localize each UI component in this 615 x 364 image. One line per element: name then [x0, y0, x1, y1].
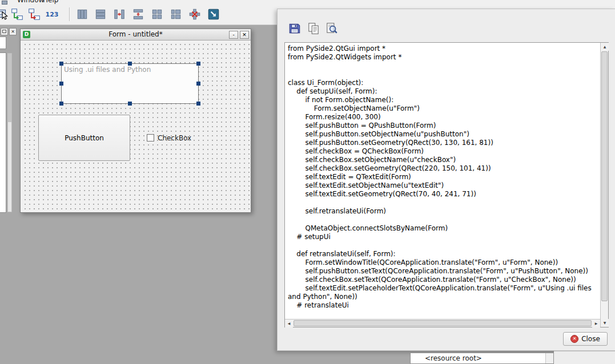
- selection-handle-middle-left[interactable]: [59, 82, 63, 86]
- resource-scrollbar[interactable]: [545, 353, 553, 363]
- code-horizontal-scrollbar[interactable]: ◀ ▶: [285, 319, 600, 327]
- selection-handle-middle-right[interactable]: [196, 82, 200, 86]
- scrollbar-thumb[interactable]: [601, 51, 608, 301]
- layout-grid-icon[interactable]: [150, 7, 164, 21]
- code-view[interactable]: from PySide2.QtGui import * from PySide2…: [284, 42, 609, 327]
- edit-buddies-icon[interactable]: [27, 7, 41, 21]
- resource-browser[interactable]: <resource root>: [410, 353, 554, 364]
- generated-code[interactable]: from PySide2.QtGui import * from PySide2…: [285, 43, 600, 318]
- close-dialog-button[interactable]: ✕ Close: [563, 332, 608, 346]
- layout-horizontally-icon[interactable]: [75, 7, 89, 21]
- scroll-left-icon[interactable]: ◀: [285, 319, 293, 327]
- break-layout-icon[interactable]: [188, 7, 202, 21]
- checkbox-indicator[interactable]: [147, 134, 154, 141]
- edit-widgets-icon[interactable]: [0, 7, 9, 21]
- code-vertical-scrollbar[interactable]: ▲ ▼: [600, 43, 608, 327]
- designer-form-icon: D: [23, 31, 30, 38]
- menu-window[interactable]: Window: [17, 0, 44, 4]
- copy-icon[interactable]: [307, 22, 320, 35]
- selection-handle-top-left[interactable]: [59, 62, 63, 66]
- close-icon: ✕: [11, 29, 15, 34]
- form-canvas[interactable]: Using .ui files and Python PushButton Ch…: [21, 41, 250, 212]
- pushbutton-label: PushButton: [65, 134, 104, 142]
- edit-signals-slots-icon[interactable]: [10, 7, 24, 21]
- menubar: Window Help: [0, 0, 615, 5]
- adjust-size-icon[interactable]: [207, 7, 220, 21]
- layout-form-icon[interactable]: [169, 7, 183, 21]
- scroll-down-icon[interactable]: ▼: [601, 319, 609, 327]
- close-button-label: Close: [581, 335, 600, 343]
- form-window-titlebar[interactable]: D Form - untitled* - ✕: [21, 29, 251, 41]
- selection-handle-bottom-middle[interactable]: [128, 102, 132, 106]
- selection-handle-bottom-left[interactable]: [59, 102, 63, 106]
- selection-handle-top-right[interactable]: [196, 62, 200, 66]
- qt-designer-app: Window Help 1: [0, 0, 615, 364]
- layout-horizontal-splitter-icon[interactable]: [112, 7, 126, 21]
- selection-handle-bottom-right[interactable]: [196, 102, 200, 106]
- menu-help[interactable]: Help: [43, 0, 58, 4]
- app-icon: [2, 1, 7, 5]
- scroll-up-icon[interactable]: ▲: [601, 43, 609, 51]
- dock-float-button[interactable]: [1, 28, 8, 35]
- form-editor-window: D Form - untitled* - ✕ Using .ui files a…: [20, 29, 251, 213]
- scrollbar-thumb[interactable]: [294, 320, 592, 326]
- resource-root-item[interactable]: <resource root>: [425, 354, 482, 362]
- widgetbox-list[interactable]: [0, 52, 6, 213]
- bottom-right-panel: [554, 351, 615, 364]
- checkbox-label: CheckBox: [158, 134, 191, 142]
- dock-close-button[interactable]: ✕: [9, 28, 17, 35]
- widgetbox-scrollbar[interactable]: [7, 53, 12, 212]
- textedit-widget[interactable]: Using .ui files and Python: [61, 63, 199, 104]
- search-icon[interactable]: [325, 22, 339, 35]
- widgetbox-filter-input[interactable]: [0, 37, 6, 49]
- minimize-button[interactable]: -: [229, 31, 238, 39]
- layout-vertically-icon[interactable]: [94, 7, 107, 21]
- code-preview-dialog: from PySide2.QtGui import * from PySide2…: [277, 9, 615, 351]
- layout-vertical-splitter-icon[interactable]: [131, 7, 145, 21]
- close-button[interactable]: ✕: [240, 31, 249, 39]
- form-window-title: Form - untitled*: [108, 30, 162, 38]
- selection-handle-top-middle[interactable]: [128, 62, 132, 66]
- scrollbar-thumb[interactable]: [8, 54, 11, 122]
- close-circle-icon: ✕: [570, 335, 578, 343]
- save-icon[interactable]: [288, 22, 302, 35]
- toolbar-separator: [69, 7, 70, 21]
- edit-tab-order-icon[interactable]: 123: [45, 7, 59, 21]
- float-icon: [2, 30, 6, 33]
- pushbutton-widget[interactable]: PushButton: [38, 115, 130, 161]
- textedit-placeholder: Using .ui files and Python: [64, 66, 151, 74]
- checkbox-widget[interactable]: CheckBox: [147, 126, 204, 149]
- scroll-right-icon[interactable]: ▶: [592, 319, 600, 327]
